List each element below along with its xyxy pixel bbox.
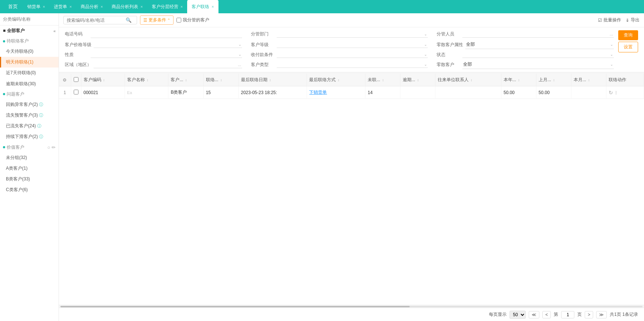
next-page-button[interactable]: > bbox=[585, 311, 593, 318]
export-button[interactable]: ⇓ 导出 bbox=[626, 17, 640, 23]
first-page-button[interactable]: ≪ bbox=[529, 311, 539, 318]
th-customer-type[interactable]: 客户... ↕ bbox=[168, 74, 203, 86]
refresh-icon[interactable]: ↻ bbox=[609, 90, 613, 96]
filter-dept: 分管部门 ⌄ bbox=[251, 31, 428, 38]
scrollbar-thumb[interactable] bbox=[60, 306, 410, 307]
my-customers-checkbox-input[interactable] bbox=[176, 18, 181, 23]
nav-product-analysis-list[interactable]: 商品分析列表 × bbox=[107, 0, 147, 13]
close-icon[interactable]: × bbox=[211, 4, 214, 9]
sort-icon: ↕ bbox=[269, 78, 271, 82]
row-select-checkbox[interactable] bbox=[74, 90, 78, 94]
th-overdue[interactable]: 逾期... ↕ bbox=[400, 74, 435, 86]
nav-product-analysis[interactable]: 商品分析 × bbox=[76, 0, 107, 13]
close-icon[interactable]: × bbox=[101, 4, 103, 9]
close-icon[interactable]: × bbox=[43, 4, 45, 9]
search-toolbar: 🔍 ☰ 更多条件 ⌃ 我分管的客户 ☑ 批量操作 ⇓ 导出 bbox=[59, 13, 644, 27]
sidebar-search-input[interactable] bbox=[3, 17, 58, 22]
sidebar-group-value: 价值客户 ○ ✏ bbox=[0, 142, 59, 152]
sort-icon: ↕ bbox=[553, 78, 555, 82]
filter-payment: 收付款条件 ⌄ bbox=[251, 51, 428, 58]
nav-sales-order[interactable]: 销货单 × bbox=[23, 0, 49, 13]
customer-table: ⚙ 客户编码 ↕ 客户名称 ↕ 客户... ↕ bbox=[59, 74, 644, 99]
th-last-contact-method[interactable]: 最后联络方式 ↕ bbox=[307, 74, 365, 86]
filter-dept-select[interactable]: ⌄ bbox=[277, 31, 428, 38]
search-icon[interactable]: 🔍 bbox=[126, 17, 132, 23]
th-contact[interactable]: 联络... ↕ bbox=[203, 74, 238, 86]
filter-status-select[interactable]: ⌄ bbox=[462, 51, 614, 58]
row-this-year: 50.00 bbox=[501, 86, 536, 99]
filter-status: 状态 ⌄ bbox=[437, 51, 614, 58]
sidebar-item-churned[interactable]: 已流失客户(24) ⓘ bbox=[0, 121, 59, 131]
row-checkbox[interactable] bbox=[71, 86, 81, 99]
sidebar-all-customers[interactable]: ■ 全部客户 « bbox=[0, 25, 59, 36]
th-customer-name[interactable]: 客户名称 ↕ bbox=[125, 74, 168, 86]
horizontal-scrollbar[interactable] bbox=[59, 305, 644, 308]
filter-manager-select[interactable]: ... bbox=[462, 31, 614, 38]
sort-icon: ↕ bbox=[382, 78, 384, 82]
th-last-contact-date[interactable]: 最后联络日期 ↕ bbox=[238, 74, 307, 86]
filter-payment-select[interactable]: ⌄ bbox=[277, 51, 428, 58]
my-customers-checkbox[interactable]: 我分管的客户 bbox=[176, 17, 209, 23]
filter-row-4: 区域（地区） ... 客户类型 ⌄ bbox=[65, 60, 614, 69]
query-button[interactable]: 查询 bbox=[618, 30, 638, 40]
nav-customer-contact[interactable]: 客户联络 × bbox=[187, 0, 218, 13]
check-icon: ☑ bbox=[598, 18, 602, 23]
row-contact: 15 bbox=[203, 86, 238, 99]
last-page-button[interactable]: ≫ bbox=[596, 311, 607, 318]
th-customer-code[interactable]: 客户编码 ↕ bbox=[81, 74, 125, 86]
sidebar-item-overdue-contact[interactable]: 逾期未联络(30) bbox=[0, 79, 59, 89]
th-checkbox[interactable] bbox=[71, 74, 81, 86]
close-icon[interactable]: × bbox=[181, 4, 183, 9]
batch-operation-button[interactable]: ☑ 批量操作 bbox=[598, 17, 621, 23]
sidebar-item-ungrouped[interactable]: 未分组(32) bbox=[0, 152, 59, 163]
sidebar-item-c-class[interactable]: C类客户(6) bbox=[0, 184, 59, 195]
close-icon[interactable]: × bbox=[69, 4, 71, 9]
page-label: 第 bbox=[554, 311, 558, 318]
nav-customer-stratify[interactable]: 客户分层经营 × bbox=[147, 0, 187, 13]
sort-icon: ↕ bbox=[103, 78, 105, 82]
close-icon[interactable]: × bbox=[140, 4, 143, 9]
th-setting[interactable]: ⚙ bbox=[59, 74, 71, 86]
reset-button[interactable]: 设置 bbox=[618, 42, 638, 52]
row-not-contacted: 14 bbox=[365, 86, 400, 99]
sidebar-item-today-contact[interactable]: 今天待联络(0) bbox=[0, 46, 59, 57]
value-group-icons[interactable]: ○ ✏ bbox=[48, 145, 56, 150]
filter-price-grade-select[interactable]: ⌄ bbox=[94, 41, 242, 48]
filter-customer-type-select[interactable]: ⌄ bbox=[277, 61, 428, 68]
filter-region: 区域（地区） ... bbox=[65, 61, 242, 68]
export-icon: ⇓ bbox=[626, 18, 629, 23]
row-last-contact-method[interactable]: 下销货单 bbox=[307, 86, 365, 99]
th-this-month[interactable]: 本月... ↕ bbox=[571, 74, 606, 86]
total-records: 共1页 1条记录 bbox=[610, 311, 638, 318]
filter-retail-customer: 零散客户 全部⌄ bbox=[437, 60, 614, 69]
filter-retail-customer-select[interactable]: 全部⌄ bbox=[462, 60, 614, 69]
more-filter-button[interactable]: ☰ 更多条件 ⌃ bbox=[140, 15, 174, 25]
prev-page-button[interactable]: < bbox=[542, 311, 551, 318]
sidebar-item-declining[interactable]: 持续下滑客户(2) ⓘ bbox=[0, 131, 59, 142]
filter-customer-grade-select[interactable]: ⌄ bbox=[277, 41, 428, 48]
filter-phone-input[interactable] bbox=[91, 30, 242, 38]
filter-region-select[interactable]: ... bbox=[94, 61, 242, 68]
grid-icon[interactable]: ⁝ bbox=[615, 90, 617, 96]
filter-nature-select[interactable]: ⌄ bbox=[91, 51, 242, 58]
sidebar-item-a-class[interactable]: A类客户(1) bbox=[0, 163, 59, 174]
row-this-month bbox=[571, 86, 606, 99]
sidebar-item-churn-warning[interactable]: 流失预警客户(3) ⓘ bbox=[0, 110, 59, 121]
page-number-input[interactable] bbox=[561, 311, 574, 318]
sidebar-item-b-class[interactable]: B类客户(33) bbox=[0, 174, 59, 184]
page-size-select[interactable]: 50 bbox=[510, 311, 526, 319]
th-last-month[interactable]: 上月... ↕ bbox=[536, 74, 571, 86]
select-all-checkbox[interactable] bbox=[74, 77, 78, 82]
th-not-contacted[interactable]: 未联... ↕ bbox=[365, 74, 400, 86]
th-this-year[interactable]: 本年... ↕ bbox=[501, 74, 536, 86]
filter-phone: 电话号码 bbox=[65, 30, 242, 38]
search-input[interactable] bbox=[67, 18, 126, 23]
sidebar-item-repurchase-anomaly[interactable]: 回购异常客户(2) ⓘ bbox=[0, 99, 59, 110]
sidebar-item-7days-contact[interactable]: 近7天待联络(0) bbox=[0, 68, 59, 78]
nav-purchase-order[interactable]: 进货单 × bbox=[49, 0, 76, 13]
row-customer-type: B类客户 bbox=[168, 86, 203, 99]
th-company-contact[interactable]: 往来单位联系人 ↕ bbox=[435, 74, 501, 86]
filter-scatter-attr-select[interactable]: 全部⌄ bbox=[465, 40, 614, 49]
nav-home[interactable]: 首页 bbox=[3, 0, 23, 13]
sidebar-item-tomorrow-contact[interactable]: 明天待联络(1) bbox=[0, 57, 59, 68]
